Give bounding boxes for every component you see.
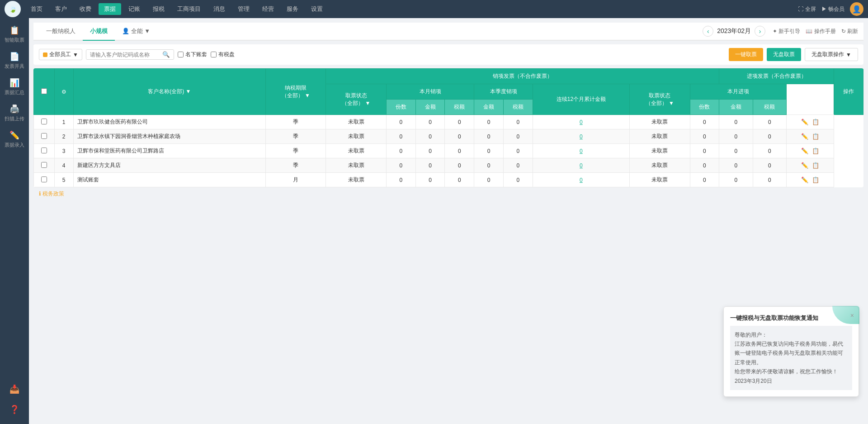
nav-tax[interactable]: 报税: [147, 3, 170, 15]
sidebar-download[interactable]: 📥: [1, 381, 28, 399]
sidebar-item-smart-ticket[interactable]: 📋 智能取票: [1, 22, 28, 47]
row-checkbox[interactable]: [34, 173, 55, 187]
sidebar-help[interactable]: ❓: [1, 401, 28, 419]
row-sale-qtr-amount: 0: [474, 144, 504, 158]
row-sale-12month[interactable]: 0: [533, 173, 629, 187]
row-edit-btn[interactable]: ✏️: [801, 119, 808, 125]
row-checkbox[interactable]: [34, 129, 55, 144]
vip-btn[interactable]: ▶ 畅会员: [821, 5, 844, 13]
own-account-checkbox[interactable]: [178, 52, 184, 57]
nav-management[interactable]: 管理: [232, 3, 255, 15]
nav-operations[interactable]: 经营: [257, 3, 279, 15]
nav-tickets[interactable]: 票据: [99, 3, 121, 15]
row-edit-btn[interactable]: ✏️: [801, 176, 808, 183]
next-period-btn[interactable]: ›: [755, 26, 765, 37]
footer-hint[interactable]: ℹ 税务政策: [33, 187, 863, 200]
sidebar-item-invoice[interactable]: 📄 发票开具: [1, 48, 28, 73]
th-checkbox: [34, 69, 55, 115]
refresh-btn[interactable]: ↻ 刷新: [841, 28, 858, 35]
nav-settings[interactable]: 设置: [306, 3, 328, 15]
row-period: 季: [266, 144, 326, 158]
row-select-checkbox[interactable]: [41, 133, 47, 139]
row-checkbox[interactable]: [34, 144, 55, 158]
table-row: 2 卫辉市汲水镇下园洞香烟营木种植家庭农场 季 未取票 0 0 0 0 0 0 …: [34, 129, 863, 144]
diskless-ops-btn[interactable]: 无盘取票操作 ▼: [805, 48, 858, 61]
row-edit-btn[interactable]: ✏️: [801, 133, 808, 140]
row-select-checkbox[interactable]: [41, 119, 47, 124]
tab-small-scale[interactable]: 小规模: [83, 23, 115, 41]
row-select-checkbox[interactable]: [41, 176, 47, 182]
row-view-btn[interactable]: 📋: [812, 119, 819, 125]
row-sale-month-count: 0: [386, 173, 415, 187]
row-sale-12month[interactable]: 0: [533, 158, 629, 173]
employee-select[interactable]: 全部员工 ▼: [39, 49, 82, 60]
row-sale-status: 未取票: [326, 129, 386, 144]
one-click-ticket-btn[interactable]: 一键取票: [729, 48, 763, 61]
user-avatar[interactable]: 👤: [850, 2, 863, 16]
row-edit-btn[interactable]: ✏️: [801, 148, 808, 154]
row-sale-12month[interactable]: 0: [533, 129, 629, 144]
row-checkbox[interactable]: [34, 115, 55, 129]
row-purchase-count: 0: [690, 173, 719, 187]
row-index: 5: [54, 173, 73, 187]
nav-home[interactable]: 首页: [25, 3, 48, 15]
nav-services[interactable]: 服务: [281, 3, 304, 15]
row-select-checkbox[interactable]: [41, 162, 47, 168]
nav-messages[interactable]: 消息: [208, 3, 231, 15]
th-sale-tax: 税额: [445, 100, 474, 115]
row-sale-status: 未取票: [326, 115, 386, 129]
th-sale-count: 份数: [386, 100, 415, 115]
fullscreen-btn[interactable]: ⛶ 全屏: [798, 5, 816, 13]
checkbox-own-account[interactable]: 名下账套: [178, 51, 207, 58]
row-sale-qtr-tax: 0: [504, 129, 533, 144]
row-sale-12month[interactable]: 0: [533, 115, 629, 129]
row-purchase-tax: 0: [753, 115, 786, 129]
search-button[interactable]: 🔍: [162, 51, 170, 58]
nav-business[interactable]: 工商项目: [172, 3, 206, 15]
row-actions: ✏️ 📋: [786, 129, 834, 144]
nav-bookkeeping[interactable]: 记账: [123, 3, 146, 15]
row-sale-month-count: 0: [386, 144, 415, 158]
row-purchase-count: 0: [690, 144, 719, 158]
row-checkbox[interactable]: [34, 158, 55, 173]
row-sale-month-amount: 0: [415, 144, 445, 158]
row-purchase-count: 0: [690, 158, 719, 173]
nav-items: 首页 客户 收费 票据 记账 报税 工商项目 消息 管理 经营 服务 设置: [25, 3, 798, 15]
taxdisk-checkbox[interactable]: [211, 52, 217, 57]
row-purchase-amount: 0: [719, 158, 753, 173]
th-purchase-status: 取票状态（全部） ▼: [630, 84, 690, 115]
th-12month: 连续12个月累计金额: [533, 84, 629, 115]
diskless-ticket-btn[interactable]: 无盘取票: [767, 48, 801, 61]
row-view-btn[interactable]: 📋: [812, 133, 819, 140]
search-input[interactable]: [90, 52, 162, 58]
row-view-btn[interactable]: 📋: [812, 176, 819, 183]
tab-general-taxpayer[interactable]: 一般纳税人: [39, 23, 83, 41]
th-purchase-count: 份数: [690, 100, 719, 115]
row-edit-btn[interactable]: ✏️: [801, 162, 808, 169]
table-row: 4 新建区方方文具店 季 未取票 0 0 0 0 0 0 未取票 0 0 0 ✏…: [34, 158, 863, 173]
manual-btn[interactable]: 📖 操作手册: [806, 28, 835, 35]
th-purchase-tax: 税额: [753, 100, 786, 115]
sidebar-item-scan[interactable]: 🖨️ 扫描上传: [1, 100, 28, 126]
row-view-btn[interactable]: 📋: [812, 162, 819, 169]
checkbox-has-taxdisk[interactable]: 有税盘: [211, 51, 235, 58]
row-sale-month-count: 0: [386, 158, 415, 173]
row-sale-12month[interactable]: 0: [533, 144, 629, 158]
new-guide-btn[interactable]: ✦ 新手引导: [773, 28, 800, 35]
tab-all[interactable]: 👤 全能 ▼: [115, 23, 157, 41]
nav-billing[interactable]: 收费: [74, 3, 97, 15]
sidebar-bottom: 📥 ❓: [1, 381, 28, 424]
toolbar: 全部员工 ▼ 🔍 名下账套 有税盘 一键取票 无盘取票 无盘取票操作 ▼: [33, 44, 863, 65]
select-all-checkbox[interactable]: [41, 88, 47, 94]
nav-customer[interactable]: 客户: [50, 3, 72, 15]
notification-close-btn[interactable]: ×: [850, 310, 854, 321]
row-view-btn[interactable]: 📋: [812, 148, 819, 154]
row-period: 季: [266, 129, 326, 144]
table-body: 1 卫辉市玖玖健合医药有限公司 季 未取票 0 0 0 0 0 0 未取票 0 …: [34, 115, 863, 187]
sidebar: 📋 智能取票 📄 发票开具 📊 票据汇总 🖨️ 扫描上传 ✏️ 票据录入 📥 ❓: [0, 18, 29, 424]
th-action: 操作: [834, 69, 863, 115]
sidebar-item-summary[interactable]: 📊 票据汇总: [1, 74, 28, 100]
sidebar-item-entry[interactable]: ✏️ 票据录入: [1, 127, 28, 152]
prev-period-btn[interactable]: ‹: [703, 26, 713, 37]
row-select-checkbox[interactable]: [41, 148, 47, 153]
